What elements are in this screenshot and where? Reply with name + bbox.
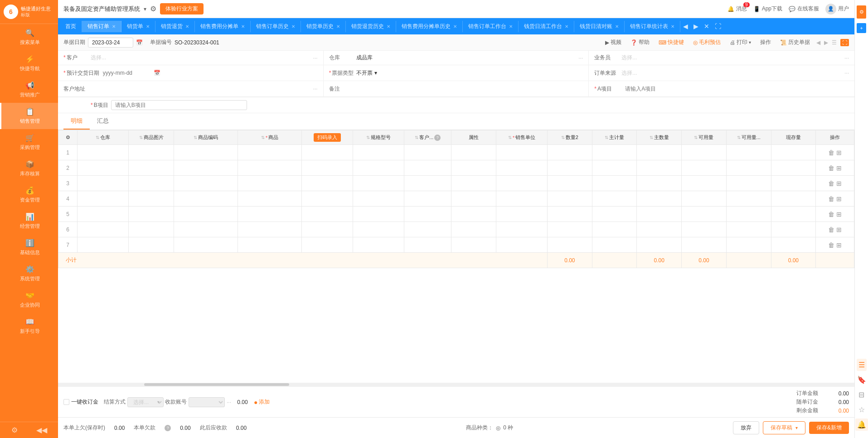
main-unit-sort-icon[interactable]: ⇅ (605, 135, 608, 140)
spec-sort-icon[interactable]: ⇅ (366, 135, 370, 140)
unit-sort-icon[interactable]: ⇅ (508, 135, 512, 140)
sidebar-item-finance[interactable]: 💰 资金管理 (0, 182, 58, 208)
notification-item[interactable]: 🔔 9 消息 (727, 5, 747, 13)
warehouse-value[interactable]: 成品库 (356, 54, 579, 62)
tab-sales-order-hist[interactable]: 销售订单历史 ✕ (251, 21, 301, 32)
order-source-value[interactable]: 选择... (621, 69, 844, 77)
one-click-label[interactable]: 一键收订金 (63, 398, 98, 406)
row-spec[interactable] (353, 145, 404, 160)
row-copy-icon[interactable]: ⊞ (836, 149, 842, 156)
right-panel-list-icon[interactable]: ☰ (857, 359, 867, 371)
row-delete-icon[interactable]: 🗑 (828, 195, 834, 202)
tab-maximize-icon[interactable]: ⛶ (712, 21, 724, 32)
row-copy-icon[interactable]: ⊞ (836, 211, 842, 218)
tab-close-icon[interactable]: ✕ (387, 24, 390, 29)
row-delete-icon[interactable]: 🗑 (828, 211, 834, 218)
right-panel-bookmark-icon[interactable]: 🔖 (855, 374, 868, 386)
print-btn[interactable]: 🖨 打印 ▾ (727, 37, 754, 48)
save-draft-dropdown-icon[interactable]: ▾ (795, 425, 798, 430)
tab-home[interactable]: 首页 (60, 21, 82, 32)
account-expand-icon[interactable]: ··· (227, 399, 231, 405)
tab-sales-order[interactable]: 销售订单 ✕ (82, 21, 121, 32)
user-item[interactable]: 👤 用户 (825, 4, 849, 14)
available-sort-icon[interactable]: ⇅ (694, 135, 698, 140)
tab-close-icon[interactable]: ✕ (112, 24, 116, 29)
tab-detail[interactable]: 明细 (63, 113, 90, 130)
product-sort-icon[interactable]: ⇅ (261, 135, 265, 140)
tab-close-icon[interactable]: ✕ (509, 24, 513, 29)
save-draft-button[interactable]: 保存草稿 ▾ (763, 421, 805, 434)
goods-sidebar-btn[interactable]: +物流 (857, 23, 866, 33)
sidebar-item-inventory[interactable]: 📦 库存核算 (0, 155, 58, 182)
tab-close-icon[interactable]: ✕ (291, 24, 295, 29)
tab-close-icon[interactable]: ✕ (241, 24, 245, 29)
address-expand-icon[interactable]: ··· (313, 86, 318, 92)
b-project-input[interactable] (111, 100, 247, 110)
tab-close-all-icon[interactable]: ✕ (701, 21, 712, 32)
discard-button[interactable]: 放弃 (733, 421, 759, 434)
staff-expand-icon[interactable]: ··· (844, 55, 849, 61)
system-dropdown[interactable]: ▾ (144, 6, 146, 12)
a-project-input[interactable] (621, 84, 849, 93)
customer-value[interactable]: 选择... (91, 54, 313, 62)
row-product[interactable] (238, 145, 302, 160)
sidebar-item-marketing[interactable]: 📢 营销推广 (0, 77, 58, 103)
row-main-qty[interactable] (637, 145, 682, 160)
delivery-calendar-icon[interactable]: 📅 (154, 70, 160, 76)
this-credit-info-icon[interactable]: ? (165, 425, 171, 431)
row-delete-icon[interactable]: 🗑 (828, 180, 834, 187)
right-panel-alert-icon[interactable]: 🔔 (855, 419, 868, 431)
tab-reconcile[interactable]: 钱货日清对账 ✕ (574, 21, 625, 32)
industry-btn[interactable]: 体验行业方案 (160, 3, 204, 14)
preview-btn[interactable]: ▶ 视频 (602, 37, 624, 48)
sidebar-item-base-info[interactable]: ℹ️ 基础信息 (0, 234, 58, 260)
toolbar-nav-prev[interactable]: ◀ (816, 39, 820, 46)
sidebar-item-purchase[interactable]: 🛒 采购管理 (0, 129, 58, 155)
settings-sidebar-btn[interactable]: ⚙设置 (857, 5, 866, 19)
custcode-info-icon[interactable]: ? (434, 135, 441, 141)
tab-close-icon[interactable]: ✕ (146, 24, 150, 29)
tab-next-icon[interactable]: ▶ (691, 21, 701, 32)
staff-value[interactable]: 选择... (621, 54, 844, 62)
toolbar-nav-next[interactable]: ▶ (824, 39, 828, 46)
main-qty-sort-icon[interactable]: ⇅ (650, 135, 653, 140)
warehouse-expand-icon[interactable]: ··· (578, 55, 583, 61)
tab-sales-return[interactable]: 销货退货 ✕ (155, 21, 195, 32)
toolbar-fullscreen-icon[interactable]: ⛶ (840, 39, 849, 46)
tab-fee-hist[interactable]: 销售费用分摊单历史 ✕ (396, 21, 463, 32)
tab-close-icon[interactable]: ✕ (615, 24, 619, 29)
sidebar-collapse-icon[interactable]: ◀◀ (36, 426, 47, 434)
tab-stats[interactable]: 销售订单统计表 ✕ (625, 21, 680, 32)
sidebar-item-sales[interactable]: 📋 销售管理 (0, 103, 58, 129)
sidebar-item-guide[interactable]: 📖 新手引导 (0, 313, 58, 339)
tab-close-icon[interactable]: ✕ (671, 24, 674, 29)
settings-icon[interactable]: ⚙ (66, 135, 70, 140)
image-sort-icon[interactable]: ⇅ (139, 135, 143, 140)
tab-close-icon[interactable]: ✕ (185, 24, 189, 29)
qty2-sort-icon[interactable]: ⇅ (561, 135, 565, 140)
tab-sales-fee[interactable]: 销售费用分摊单 ✕ (195, 21, 251, 32)
custcode-sort-icon[interactable]: ⇅ (415, 135, 418, 140)
row-unit[interactable] (496, 145, 548, 160)
tab-close-icon[interactable]: ✕ (336, 24, 340, 29)
online-service-item[interactable]: 💬 在线客服 (789, 5, 819, 13)
warehouse-sort-icon[interactable]: ⇅ (96, 135, 99, 140)
topbar-settings-icon[interactable]: ⚙ (150, 5, 156, 13)
row-delete-icon[interactable]: 🗑 (828, 241, 834, 249)
tab-close-icon[interactable]: ✕ (565, 24, 568, 29)
invoice-value[interactable]: 不开票 ▾ (356, 69, 377, 77)
row-warehouse[interactable] (78, 145, 129, 160)
remark-input[interactable] (356, 84, 583, 93)
date-input[interactable] (88, 38, 133, 48)
order-source-expand-icon[interactable]: ··· (844, 70, 849, 76)
row-delete-icon[interactable]: 🗑 (828, 164, 834, 172)
shortcut-btn[interactable]: ⌨ 快捷键 (656, 37, 687, 48)
row-qty2[interactable] (548, 145, 592, 160)
sidebar-item-search[interactable]: 🔍 搜索菜单 (0, 24, 58, 50)
app-download-item[interactable]: 📱 App下载 (753, 5, 782, 13)
tab-daily-clear[interactable]: 钱货日清工作台 ✕ (519, 21, 574, 32)
tab-order-workbench[interactable]: 销售订单工作台 ✕ (463, 21, 519, 32)
row-copy-icon[interactable]: ⊞ (836, 164, 842, 172)
code-sort-icon[interactable]: ⇅ (194, 135, 197, 140)
sidebar-item-nav[interactable]: ⚡ 快捷导航 (0, 50, 58, 77)
